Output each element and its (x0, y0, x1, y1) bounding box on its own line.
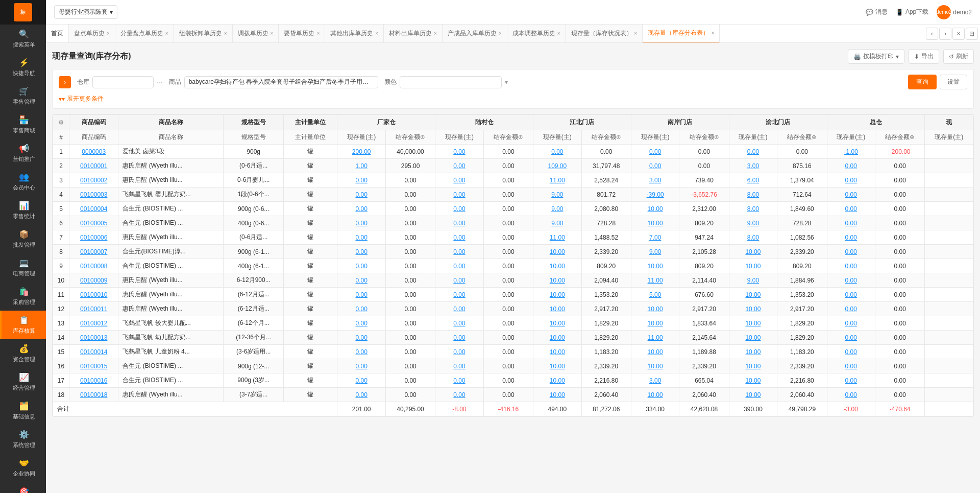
cell-c3-qty[interactable]: 109.00 (533, 159, 582, 173)
cell-c1-qty[interactable]: 0.00 (337, 359, 386, 373)
tabs-prev-btn[interactable]: ‹ (926, 28, 938, 40)
cell-c3-qty[interactable]: 11.00 (533, 173, 582, 187)
cell-c1-qty[interactable]: 0.00 (337, 373, 386, 388)
tab-close-demand[interactable]: × (316, 31, 320, 36)
tab-stock-status[interactable]: 现存量（库存状况表）× (566, 25, 643, 43)
cell-c4-qty[interactable]: -39.00 (631, 187, 679, 202)
cell-c1-qty[interactable]: 0.00 (337, 245, 386, 259)
cell-c2-qty[interactable]: 0.00 (435, 259, 484, 273)
cell-c2-qty[interactable]: 0.00 (435, 230, 484, 245)
cell-c1-qty[interactable]: 0.00 (337, 216, 386, 230)
cell-code[interactable]: 00100006 (69, 230, 118, 245)
sidebar-item-operations[interactable]: 📈经营管理 (0, 368, 46, 396)
sidebar-item-retail[interactable]: 🛒零售管理 (0, 82, 46, 110)
cell-c1-qty[interactable]: 0.00 (337, 345, 386, 359)
cell-c5-qty[interactable]: 3.00 (729, 159, 777, 173)
cell-total-qty[interactable]: 0.00 (827, 359, 875, 373)
cell-c4-qty[interactable]: 3.00 (631, 173, 679, 187)
cell-c3-qty[interactable]: 10.00 (533, 273, 582, 288)
color-input[interactable] (400, 76, 502, 88)
cell-c3-qty[interactable]: 10.00 (533, 302, 582, 316)
cell-c5-qty[interactable]: 10.00 (729, 331, 777, 345)
sidebar-item-finance[interactable]: 💰资金管理 (0, 339, 46, 368)
cell-total-qty[interactable]: 0.00 (827, 331, 875, 345)
cell-code[interactable]: 00100016 (69, 373, 118, 388)
sidebar-item-system[interactable]: ⚙️系统管理 (0, 425, 46, 454)
app-download-action[interactable]: 📱 App下载 (896, 8, 928, 16)
cell-c4-qty[interactable]: 11.00 (631, 331, 679, 345)
cell-c4-qty[interactable]: 7.00 (631, 230, 679, 245)
settings-button[interactable]: 设置 (940, 75, 967, 89)
cell-c3-qty[interactable]: 10.00 (533, 331, 582, 345)
cell-c4-qty[interactable]: 10.00 (631, 302, 679, 316)
sidebar-item-wholesale[interactable]: 📦批发管理 (0, 225, 46, 253)
cell-c3-qty[interactable]: 0.00 (533, 145, 582, 159)
tab-transfer[interactable]: 调拨单历史× (233, 25, 279, 43)
cell-c5-qty[interactable]: 10.00 (729, 302, 777, 316)
cell-c3-qty[interactable]: 10.00 (533, 345, 582, 359)
cell-total-qty[interactable]: 0.00 (827, 259, 875, 273)
tabs-expand-btn[interactable]: ⊟ (966, 28, 978, 40)
tab-close-split-inventory[interactable]: × (165, 31, 168, 36)
cell-code[interactable]: 00100011 (69, 302, 118, 316)
sidebar-item-guide[interactable]: 🎯新手引导 (0, 482, 46, 493)
tab-split-inventory[interactable]: 分量盘点单历史× (115, 25, 174, 43)
tab-close-cost-adjust[interactable]: × (557, 31, 560, 36)
cell-total-qty[interactable]: 0.00 (827, 316, 875, 331)
cell-c1-qty[interactable]: 0.00 (337, 316, 386, 331)
tab-close-inventory-single[interactable]: × (107, 31, 110, 36)
cell-c3-qty[interactable]: 9.00 (533, 216, 582, 230)
cell-total-qty[interactable]: 0.00 (827, 187, 875, 202)
cell-c1-qty[interactable]: 0.00 (337, 302, 386, 316)
cell-c5-qty[interactable]: 10.00 (729, 316, 777, 331)
cell-total-qty[interactable]: 0.00 (827, 373, 875, 388)
cell-c1-qty[interactable]: 0.00 (337, 202, 386, 216)
cell-c5-qty[interactable]: 10.00 (729, 359, 777, 373)
cell-c4-qty[interactable]: 3.00 (631, 373, 679, 388)
cell-c1-qty[interactable]: 200.00 (337, 145, 386, 159)
sidebar-item-retail-mall[interactable]: 🏪零售商城 (0, 110, 46, 139)
tab-home[interactable]: 首页 (46, 25, 69, 43)
cell-c1-qty[interactable]: 0.00 (337, 259, 386, 273)
cell-c5-qty[interactable]: 10.00 (729, 288, 777, 302)
tab-product-in[interactable]: 产成品入库单历史× (443, 25, 507, 43)
cell-c1-qty[interactable]: 0.00 (337, 331, 386, 345)
cell-c3-qty[interactable]: 11.00 (533, 230, 582, 245)
cell-c2-qty[interactable]: 0.00 (435, 302, 484, 316)
cell-c1-qty[interactable]: 0.00 (337, 187, 386, 202)
user-action[interactable]: demo2 demo2 (937, 5, 972, 19)
cell-total-qty[interactable]: 0.00 (827, 173, 875, 187)
filter-toggle-btn[interactable]: › (59, 76, 71, 88)
cell-code[interactable]: 0000003 (69, 145, 118, 159)
cell-code[interactable]: 00100014 (69, 345, 118, 359)
cell-code[interactable]: 00100007 (69, 245, 118, 259)
sidebar-item-search[interactable]: 🔍搜索英单 (0, 25, 46, 53)
cell-c5-qty[interactable]: 10.00 (729, 345, 777, 359)
cell-c1-qty[interactable]: 0.00 (337, 288, 386, 302)
cell-c2-qty[interactable]: 0.00 (435, 373, 484, 388)
sidebar-item-quick-nav[interactable]: ⚡快捷导航 (0, 53, 46, 82)
cell-code[interactable]: 00100008 (69, 259, 118, 273)
cell-c5-qty[interactable]: 10.00 (729, 259, 777, 273)
cell-c4-qty[interactable]: 11.00 (631, 273, 679, 288)
tabs-close-btn[interactable]: × (952, 28, 965, 40)
cell-code[interactable]: 00100018 (69, 388, 118, 402)
tab-close-stock-dist[interactable]: × (711, 30, 714, 36)
cell-code[interactable]: 00100002 (69, 173, 118, 187)
store-selector[interactable]: 母婴行业演示陈套 ▾ (54, 5, 117, 19)
sidebar-item-ecommerce[interactable]: 💻电商管理 (0, 253, 46, 282)
tab-other-out[interactable]: 其他出库单历史× (325, 25, 384, 43)
cell-c2-qty[interactable]: 0.00 (435, 331, 484, 345)
cell-code[interactable]: 00100013 (69, 331, 118, 345)
cell-total-qty[interactable]: 0.00 (827, 288, 875, 302)
cell-c2-qty[interactable]: 0.00 (435, 159, 484, 173)
cell-c2-qty[interactable]: 0.00 (435, 145, 484, 159)
cell-c5-qty[interactable]: 9.00 (729, 216, 777, 230)
cell-total-qty[interactable]: 0.00 (827, 388, 875, 402)
cell-c1-qty[interactable]: 0.00 (337, 230, 386, 245)
cell-c5-qty[interactable]: 6.00 (729, 173, 777, 187)
cell-c4-qty[interactable]: 10.00 (631, 345, 679, 359)
cell-code[interactable]: 00100015 (69, 359, 118, 373)
cell-c5-qty[interactable]: 8.00 (729, 202, 777, 216)
cell-total-qty[interactable]: 0.00 (827, 230, 875, 245)
